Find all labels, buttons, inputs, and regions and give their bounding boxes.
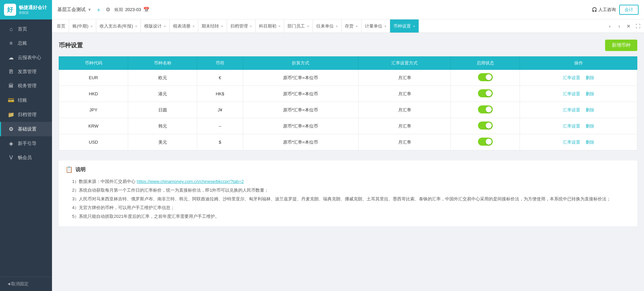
tab-closing[interactable]: 期末结转 × <box>198 19 227 33</box>
tab-close-icon[interactable]: × <box>164 24 166 28</box>
enabled-toggle[interactable] <box>478 73 493 81</box>
tab-close-icon[interactable]: × <box>91 24 93 28</box>
sidebar-item-home[interactable]: ⌂ 首页 <box>0 22 52 36</box>
rate-setting-link[interactable]: 汇率设置 <box>563 91 580 96</box>
delete-link[interactable]: 删除 <box>586 107 594 112</box>
new-currency-button[interactable]: 新增币种 <box>605 40 637 51</box>
pin-label: ◄取消固定 <box>7 281 29 287</box>
tab-label: 币种设置 <box>393 23 411 29</box>
sidebar-item-ledger[interactable]: ≡ 总账 <box>0 36 52 50</box>
tab-report[interactable]: 收入支出表(年报) × <box>96 19 141 33</box>
tab-close-icon[interactable]: × <box>221 24 223 28</box>
tab-archive[interactable]: 归档管理 × <box>227 19 256 33</box>
tab-close-icon[interactable]: × <box>307 24 309 28</box>
archive-icon: 📁 <box>8 111 14 118</box>
tab-period[interactable]: 账(中期) × <box>69 19 96 33</box>
cell-calc: 原币*汇率=本位币 <box>243 102 358 118</box>
tab-prev-button[interactable]: ‹ <box>605 21 614 31</box>
sidebar-item-label: 发票管理 <box>18 69 37 75</box>
sidebar-pin-toggle[interactable]: ◄取消固定 <box>0 277 52 291</box>
invoice-icon: 🖹 <box>8 69 14 75</box>
cell-enabled[interactable] <box>451 134 520 150</box>
note-item: 5）系统只能自动抓取2021年度后的汇率，之前年度汇率需要用户手工维护。 <box>65 212 631 221</box>
tab-next-button[interactable]: › <box>614 21 624 31</box>
delete-link[interactable]: 删除 <box>586 75 594 80</box>
cell-rate-type: 月汇率 <box>358 118 451 134</box>
enabled-toggle[interactable] <box>478 89 493 97</box>
table-row: EUR欧元€原币*汇率=本位币月汇率 汇率设置 删除 <box>59 70 637 86</box>
sidebar-item-closing[interactable]: 💳 结账 <box>0 93 52 107</box>
note-icon: 📋 <box>65 166 73 173</box>
topbar-right: 🎧 人工咨询 会计 <box>592 5 639 15</box>
sidebar-logo: 好 畅捷通好会计 旗舰版 <box>0 0 52 19</box>
sidebar-item-guide[interactable]: ◈ 新手引导 <box>0 136 52 151</box>
cell-enabled[interactable] <box>451 86 520 102</box>
rate-setting-link[interactable]: 汇率设置 <box>563 140 580 145</box>
delete-link[interactable]: 删除 <box>586 91 594 96</box>
tab-label: 科目期初 <box>259 23 276 29</box>
enabled-toggle[interactable] <box>478 138 493 146</box>
settings-icon: ⚙ <box>8 126 14 132</box>
cell-code: HKD <box>59 86 128 102</box>
tab-home[interactable]: 首页 <box>53 19 69 33</box>
tab-close-icon[interactable]: × <box>278 24 280 28</box>
rate-setting-link[interactable]: 汇率设置 <box>563 124 580 129</box>
customer-service-button[interactable]: 🎧 人工咨询 <box>592 7 616 13</box>
sidebar-item-settings[interactable]: ⚙ 基础设置 <box>0 122 52 136</box>
note-item: 1）数据来源：中国外汇交易中心 https://www.chinamoney.c… <box>65 177 631 186</box>
enabled-toggle[interactable] <box>478 105 493 113</box>
tab-subjects[interactable]: 科目期初 × <box>256 19 284 33</box>
ledger-icon: ≡ <box>8 40 14 46</box>
toggle-thumb <box>486 74 492 80</box>
sidebar-item-label: 基础设置 <box>18 126 37 132</box>
tab-close-icon[interactable]: × <box>193 24 195 28</box>
cell-enabled[interactable] <box>451 102 520 118</box>
table-row: USD美元$原币*汇率=本位币月汇率 汇率设置 删除 <box>59 134 637 150</box>
tab-template[interactable]: 模版设计 × <box>141 19 169 33</box>
sidebar-item-invoice[interactable]: 🖹 发票管理 <box>0 65 52 79</box>
calendar-icon[interactable]: 📅 <box>143 7 150 13</box>
toggle-track <box>478 105 493 113</box>
project-settings-icon[interactable]: ⚙ <box>106 6 110 13</box>
tab-currency[interactable]: 币种设置 × <box>390 19 419 33</box>
account-button[interactable]: 会计 <box>619 5 639 15</box>
delete-link[interactable]: 删除 <box>586 124 594 129</box>
rate-setting-link[interactable]: 汇率设置 <box>563 107 580 112</box>
tab-customers[interactable]: 往来单位 × <box>313 19 341 33</box>
tab-close-icon[interactable]: × <box>384 24 386 28</box>
toggle-track <box>478 73 493 81</box>
service-label: 人工咨询 <box>598 7 616 13</box>
tab-department[interactable]: 部门员工 × <box>284 19 313 33</box>
tab-close-icon[interactable]: × <box>336 24 338 28</box>
sidebar-item-tax[interactable]: 🏛 税务管理 <box>0 79 52 93</box>
delete-link[interactable]: 删除 <box>586 140 594 145</box>
cell-rate-type: 月汇率 <box>358 70 451 86</box>
tab-unit[interactable]: 计量单位 × <box>362 19 390 33</box>
cell-calc: 原币*汇率=本位币 <box>243 86 358 102</box>
cell-name: 日圆 <box>128 102 197 118</box>
table-header-row: 币种代码 币种名称 币符 折算方式 汇率设置方式 启用状态 操作 <box>59 57 637 70</box>
enabled-toggle[interactable] <box>478 122 493 130</box>
toggle-thumb <box>486 106 492 112</box>
add-project-button[interactable]: ＋ <box>96 6 102 14</box>
note-link[interactable]: https://www.chinamoney.com.cn/chinese/bk… <box>137 179 244 184</box>
cell-enabled[interactable] <box>451 118 520 134</box>
tab-close-icon[interactable]: × <box>413 24 415 28</box>
tab-close-icon[interactable]: × <box>135 24 137 28</box>
sidebar-item-member[interactable]: V 畅会员 <box>0 151 52 165</box>
sidebar-item-reports[interactable]: ☁ 云报表中心 <box>0 50 52 65</box>
page-title: 币种设置 <box>59 41 83 49</box>
tab-inventory[interactable]: 存货 × <box>341 19 361 33</box>
tab-close-all-button[interactable]: ✕ <box>624 21 633 31</box>
rate-setting-link[interactable]: 汇率设置 <box>563 75 580 80</box>
col-enabled: 启用状态 <box>451 57 520 70</box>
col-name: 币种名称 <box>128 57 197 70</box>
project-selector[interactable]: 基层工会测试 ▼ <box>57 7 92 13</box>
tab-close-icon[interactable]: × <box>356 24 358 28</box>
tab-close-icon[interactable]: × <box>250 24 252 28</box>
cloud-icon: ☁ <box>8 54 14 61</box>
tab-tax[interactable]: 税表清册 × <box>170 19 198 33</box>
sidebar-item-archive[interactable]: 📁 归档管理 <box>0 107 52 122</box>
tab-expand-button[interactable]: ⛶ <box>633 21 643 31</box>
cell-enabled[interactable] <box>451 70 520 86</box>
